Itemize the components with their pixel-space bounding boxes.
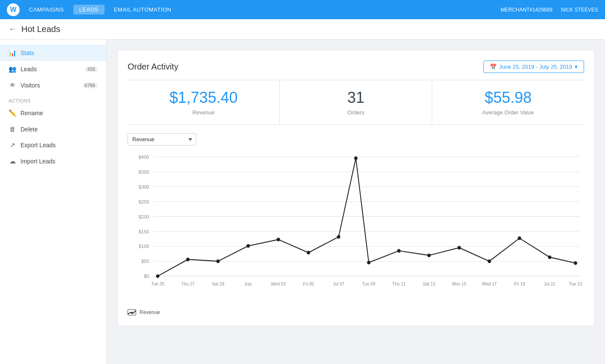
svg-point-29 bbox=[457, 246, 461, 249]
svg-point-27 bbox=[397, 249, 401, 253]
actions-section-label: Actions bbox=[0, 93, 106, 105]
orders-label: Orders bbox=[288, 109, 423, 116]
delete-icon: 🗑 bbox=[9, 125, 16, 133]
sidebar-item-rename[interactable]: ✏️ Rename bbox=[0, 105, 106, 121]
stats-icon: 📊 bbox=[9, 49, 16, 57]
revenue-value: $1,735.40 bbox=[136, 89, 271, 107]
order-activity-card: Order Activity 📅 June 25, 2019 - July 25… bbox=[117, 50, 595, 326]
sidebar-item-visitors[interactable]: 👁 Visitors 6766 bbox=[0, 77, 106, 93]
svg-text:$350: $350 bbox=[139, 169, 149, 175]
svg-text:$400: $400 bbox=[139, 154, 149, 160]
svg-text:Mon 15: Mon 15 bbox=[452, 282, 466, 286]
date-range-button[interactable]: 📅 June 25, 2019 - July 25, 2019 ▾ bbox=[483, 61, 584, 73]
avg-order-value: $55.98 bbox=[441, 89, 576, 107]
sidebar-item-export[interactable]: ↗ Export Leads bbox=[0, 137, 106, 153]
orders-stat: 31 Orders bbox=[280, 80, 432, 124]
page-header: ← Hot Leads bbox=[0, 19, 605, 40]
legend-label: Revenue bbox=[140, 309, 160, 315]
legend-icon bbox=[128, 309, 136, 315]
svg-point-19 bbox=[186, 258, 189, 261]
import-icon: ☁ bbox=[9, 157, 16, 165]
stats-row: $1,735.40 Revenue 31 Orders $55.98 Avera… bbox=[128, 80, 584, 125]
svg-point-26 bbox=[367, 261, 370, 264]
svg-text:Thu 27: Thu 27 bbox=[181, 282, 195, 286]
sidebar-item-delete[interactable]: 🗑 Delete bbox=[0, 121, 106, 137]
user-name: NICK STEEVES bbox=[561, 7, 598, 13]
svg-point-21 bbox=[247, 244, 250, 248]
back-button[interactable]: ← bbox=[9, 25, 16, 34]
leads-icon: 👥 bbox=[9, 65, 16, 73]
sidebar-export-label: Export Leads bbox=[20, 142, 56, 149]
svg-text:Thu 11: Thu 11 bbox=[392, 282, 406, 286]
svg-text:Tue 25: Tue 25 bbox=[151, 282, 164, 286]
date-range-text: June 25, 2019 - July 25, 2019 bbox=[499, 64, 572, 70]
nav-leads[interactable]: LEADS bbox=[73, 5, 105, 15]
svg-text:Fri 05: Fri 05 bbox=[303, 282, 314, 286]
chevron-down-icon: ▾ bbox=[575, 64, 578, 70]
svg-text:Wed 03: Wed 03 bbox=[271, 282, 286, 286]
svg-text:July: July bbox=[244, 282, 253, 286]
svg-text:Jul 07: Jul 07 bbox=[333, 282, 344, 286]
svg-point-24 bbox=[337, 235, 340, 239]
sidebar-visitors-label: Visitors bbox=[20, 82, 40, 89]
svg-point-49 bbox=[131, 312, 133, 314]
svg-text:Tue 09: Tue 09 bbox=[362, 282, 375, 286]
svg-point-31 bbox=[518, 236, 521, 240]
sidebar-delete-label: Delete bbox=[20, 126, 38, 133]
calendar-icon: 📅 bbox=[490, 64, 497, 70]
leads-badge: 435 bbox=[85, 66, 98, 72]
main-content: Order Activity 📅 June 25, 2019 - July 25… bbox=[107, 40, 605, 364]
svg-text:Jul 21: Jul 21 bbox=[544, 282, 556, 286]
svg-point-22 bbox=[276, 238, 280, 241]
card-header: Order Activity 📅 June 25, 2019 - July 25… bbox=[128, 61, 584, 73]
top-navigation: W CAMPAIGNS LEADS EMAIL AUTOMATION MERCH… bbox=[0, 0, 605, 19]
svg-text:$0: $0 bbox=[144, 274, 149, 279]
svg-point-30 bbox=[488, 259, 491, 263]
revenue-label: Revenue bbox=[136, 109, 271, 116]
sidebar-item-leads[interactable]: 👥 Leads 435 bbox=[0, 61, 106, 77]
avg-order-label: Average Order Value bbox=[441, 109, 576, 116]
svg-text:Sat 29: Sat 29 bbox=[212, 282, 224, 286]
svg-text:Fri 19: Fri 19 bbox=[514, 282, 525, 286]
nav-email-automation[interactable]: EMAIL AUTOMATION bbox=[108, 5, 177, 15]
svg-text:Sat 13: Sat 13 bbox=[423, 282, 435, 286]
svg-point-32 bbox=[548, 255, 551, 259]
svg-point-18 bbox=[156, 274, 160, 278]
sidebar: 📊 Stats 👥 Leads 435 👁 Visitors 6766 Acti… bbox=[0, 40, 107, 364]
chart-metric-select[interactable]: Revenue Orders Average Order Value bbox=[128, 133, 196, 146]
nav-campaigns[interactable]: CAMPAIGNS bbox=[23, 5, 70, 15]
chart-wrapper: $400 $350 $300 $250 $200 $150 bbox=[128, 152, 584, 306]
visitors-badge: 6766 bbox=[82, 82, 98, 88]
svg-point-23 bbox=[307, 251, 310, 254]
orders-value: 31 bbox=[288, 89, 423, 107]
chart-controls: Revenue Orders Average Order Value bbox=[128, 133, 584, 146]
revenue-stat: $1,735.40 Revenue bbox=[128, 80, 280, 124]
revenue-chart: $400 $350 $300 $250 $200 $150 bbox=[128, 152, 584, 306]
svg-text:Wed 17: Wed 17 bbox=[482, 282, 497, 286]
sidebar-item-stats[interactable]: 📊 Stats bbox=[0, 45, 106, 61]
page-title: Hot Leads bbox=[21, 24, 60, 34]
visitors-icon: 👁 bbox=[9, 82, 16, 89]
sidebar-stats-label: Stats bbox=[20, 50, 34, 56]
main-layout: 📊 Stats 👥 Leads 435 👁 Visitors 6766 Acti… bbox=[0, 40, 605, 364]
svg-text:$150: $150 bbox=[139, 229, 149, 234]
sidebar-leads-label: Leads bbox=[20, 66, 37, 73]
merchant-id: MERCHANT#1429689 bbox=[500, 7, 552, 13]
card-title: Order Activity bbox=[128, 62, 178, 72]
svg-point-25 bbox=[354, 157, 358, 160]
svg-text:$100: $100 bbox=[139, 244, 149, 249]
nav-left: W CAMPAIGNS LEADS EMAIL AUTOMATION bbox=[7, 3, 177, 16]
svg-point-28 bbox=[428, 253, 431, 257]
svg-text:$200: $200 bbox=[139, 214, 149, 219]
svg-point-33 bbox=[574, 261, 577, 265]
svg-text:$50: $50 bbox=[141, 259, 149, 264]
sidebar-item-import[interactable]: ☁ Import Leads bbox=[0, 153, 106, 169]
export-icon: ↗ bbox=[9, 141, 16, 149]
chart-legend: Revenue bbox=[128, 309, 584, 315]
w-logo: W bbox=[7, 3, 20, 16]
svg-text:$250: $250 bbox=[139, 199, 149, 204]
sidebar-import-label: Import Leads bbox=[20, 158, 55, 165]
svg-text:Tue 23: Tue 23 bbox=[569, 282, 582, 286]
sidebar-rename-label: Rename bbox=[20, 110, 43, 116]
svg-text:$300: $300 bbox=[139, 184, 149, 189]
